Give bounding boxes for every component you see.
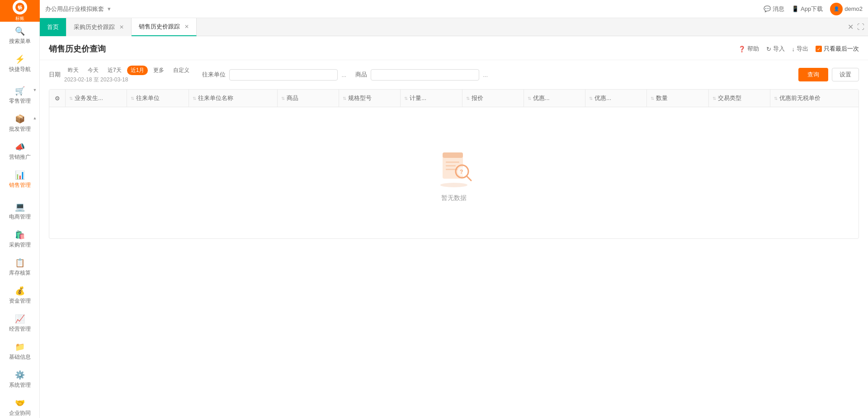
sidebar-item-search[interactable]: 🔍 搜索菜单 [0,22,40,50]
marketing-icon: 📣 [15,142,25,152]
sidebar-item-sales-mgmt[interactable]: 📊 销售管理 [0,166,40,194]
maximize-button[interactable]: ⛶ [857,23,864,31]
sidebar-item-ecommerce[interactable]: 💻 电商管理 [0,197,40,225]
empty-illustration: ? [431,143,476,189]
filter-area: 日期 昨天 今天 近7天 近1月 更多 自定义 2023-02-18 至 202… [40,60,868,89]
partner-input-dots: ... [341,71,346,78]
only-last-checkbox[interactable]: 只看最后一次 [816,45,859,53]
partner-filter-label: 往来单位 [202,71,226,79]
sidebar-item-inventory[interactable]: 📋 库存核算 [0,253,40,281]
app-download-action[interactable]: 📱 App下载 [792,5,823,13]
data-table: ⚙ ⇅ 业务发生... ⇅ 往来单位 ⇅ 往来单位名称 ⇅ 商品 ⇅ 规格型号 [49,89,859,239]
tab-purchase[interactable]: 采购历史价跟踪 ✕ [66,18,132,36]
date-tab-custom[interactable]: 自定义 [170,66,193,75]
th-pretax-price[interactable]: ⇅ 优惠前无税单价 [770,90,859,107]
search-icon: 🔍 [15,26,25,36]
import-action[interactable]: ↻ 导入 [766,45,785,53]
app-logo[interactable]: 畅 标账 [0,0,40,22]
sort-partner-name-icon: ⇅ [193,96,196,101]
th-business-date[interactable]: ⇅ 业务发生... [66,90,127,107]
product-filter-group: 商品 ... [355,69,488,81]
th-discount1[interactable]: ⇅ 优惠... [524,90,585,107]
sidebar-item-system[interactable]: ⚙️ 系统管理 [0,366,40,394]
tab-sales-label: 销售历史价跟踪 [139,23,180,31]
filter-actions: 查询 设置 [798,68,859,81]
topbar-left: 办公用品行业模拟账套 ▾ [45,5,764,13]
logo-text: 标账 [15,15,24,22]
th-spec[interactable]: ⇅ 规格型号 [339,90,401,107]
close-tab-button[interactable]: ✕ [848,23,854,31]
app-download-icon: 📱 [792,5,799,12]
sales-mgmt-icon: 📊 [15,170,25,180]
settings-icon: ⚙ [55,95,60,102]
retail-expand-icon: ▼ [33,88,37,92]
user-action[interactable]: 👤 demo2 [830,3,863,15]
svg-text:?: ? [460,169,463,175]
sidebar-item-shortcuts[interactable]: ⚡ 快捷导航 [0,50,40,78]
sort-up-icon: ⇅ [69,96,73,101]
settings-button[interactable]: 设置 [832,68,859,81]
svg-text:畅: 畅 [18,5,22,10]
th-partner-name[interactable]: ⇅ 往来单位名称 [189,90,278,107]
partner-input[interactable] [229,69,338,81]
th-product[interactable]: ⇅ 商品 [278,90,339,107]
th-partner-code[interactable]: ⇅ 往来单位 [127,90,189,107]
basic-icon: 📁 [15,342,25,352]
main-content: 销售历史价查询 ❓ 帮助 ↻ 导入 ↓ 导出 只看最后一次 日期 [40,36,868,418]
tab-purchase-label: 采购历史价跟踪 [74,23,115,31]
topbar-dropdown-icon[interactable]: ▾ [108,5,111,12]
sidebar-item-purchase[interactable]: 🛍️ 采购管理 [0,225,40,253]
sidebar-item-basic[interactable]: 📁 基础信息 [0,337,40,366]
tab-sales[interactable]: 销售历史价跟踪 ✕ [132,18,197,36]
sort-price-icon: ⇅ [466,96,470,101]
empty-text: 暂无数据 [441,194,467,202]
page-title: 销售历史价查询 [49,43,106,54]
date-tab-7days[interactable]: 近7天 [104,66,125,75]
svg-rect-6 [446,165,456,166]
page-header: 销售历史价查询 ❓ 帮助 ↻ 导入 ↓ 导出 只看最后一次 [40,36,868,60]
tab-home[interactable]: 首页 [40,18,66,36]
table-header: ⚙ ⇅ 业务发生... ⇅ 往来单位 ⇅ 往来单位名称 ⇅ 商品 ⇅ 规格型号 [49,90,859,107]
tab-purchase-close[interactable]: ✕ [119,24,124,30]
query-button[interactable]: 查询 [798,68,828,81]
export-action[interactable]: ↓ 导出 [792,45,809,53]
date-tab-more[interactable]: 更多 [150,66,168,75]
purchase-icon: 🛍️ [15,230,25,240]
date-tab-1month[interactable]: 近1月 [127,66,148,75]
operations-icon: 📈 [15,314,25,324]
sidebar-item-enterprise[interactable]: 🤝 企业协同 [0,394,40,418]
product-input-dots: ... [483,71,488,78]
sidebar-item-retail[interactable]: 🛒 零售管理 ▼ [0,81,40,109]
date-tab-yesterday[interactable]: 昨天 [64,66,82,75]
sort-discount1-icon: ⇅ [528,96,531,101]
tab-home-label: 首页 [47,23,59,31]
sidebar-item-wholesale[interactable]: 📦 批发管理 ▲ [0,109,40,138]
sidebar-item-finance[interactable]: 💰 资金管理 [0,281,40,309]
help-action[interactable]: ❓ 帮助 [738,45,759,53]
th-trade-type[interactable]: ⇅ 交易类型 [709,90,770,107]
th-quantity[interactable]: ⇅ 数量 [647,90,708,107]
sort-pretax-icon: ⇅ [774,96,778,101]
product-input[interactable] [371,69,479,81]
th-settings[interactable]: ⚙ [49,90,66,107]
th-discount2[interactable]: ⇅ 优惠... [585,90,647,107]
date-range-display: 2023-02-18 至 2023-03-18 [64,76,193,84]
th-price[interactable]: ⇅ 报价 [462,90,524,107]
sort-product-icon: ⇅ [281,96,285,101]
retail-icon: 🛒 [15,86,25,96]
checkbox-checked-icon [816,46,822,52]
date-tab-today[interactable]: 今天 [84,66,102,75]
help-icon: ❓ [738,46,745,52]
sidebar-item-marketing[interactable]: 📣 营销推广 [0,138,40,166]
export-icon: ↓ [792,46,795,52]
tab-sales-close[interactable]: ✕ [184,24,189,30]
enterprise-icon: 🤝 [15,398,25,408]
shortcuts-icon: ⚡ [15,54,25,64]
tab-bar: 首页 采购历史价跟踪 ✕ 销售历史价跟踪 ✕ ✕ ⛶ [40,18,868,36]
message-action[interactable]: 💬 消息 [764,5,784,13]
message-icon: 💬 [764,5,771,12]
sidebar-item-operations[interactable]: 📈 经营管理 [0,309,40,337]
date-filter-label: 日期 [49,71,61,79]
th-unit[interactable]: ⇅ 计量... [401,90,462,107]
date-filter-group: 日期 昨天 今天 近7天 近1月 更多 自定义 2023-02-18 至 202… [49,66,193,84]
